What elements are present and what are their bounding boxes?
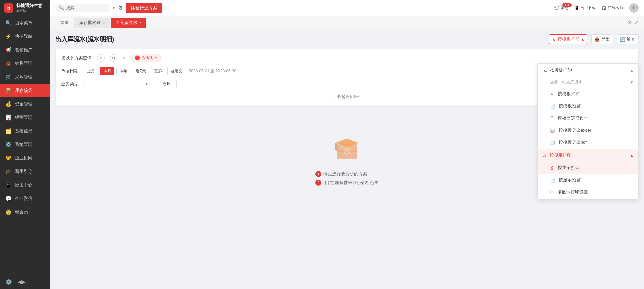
print-chevron-icon: ▲ — [581, 37, 584, 41]
dp-template-export-pdf[interactable]: 📑 按模板导出pdf — [538, 136, 638, 149]
user-avatar[interactable]: 用户 — [629, 3, 639, 13]
collapse-icon[interactable]: ◀▶ — [18, 279, 26, 285]
print-template-btn[interactable]: 🖨 按模板打印 ▲ — [549, 34, 587, 44]
sidebar-item-operations[interactable]: 📊 经营管理 — [0, 111, 50, 124]
sidebar-label-apps: 应用中心 — [15, 182, 32, 188]
search-chevron[interactable]: ▾ — [113, 6, 115, 10]
sidebar-label-wechat: 企业微信 — [15, 195, 32, 202]
date-more-btn[interactable]: 更多 — [151, 67, 165, 75]
industry-btn[interactable]: 体验行业方案 — [126, 3, 162, 13]
dp-current-chevron: ▼ — [630, 80, 634, 85]
sidebar-icon-marketing: 📢 — [5, 47, 11, 53]
tab-inventory-batch-close[interactable]: × — [103, 20, 105, 25]
sidebar-label-vip: 畅会员 — [15, 209, 28, 215]
phone-icon: 📱 — [574, 6, 579, 10]
dp-current-section[interactable]: 当前：出入库流水 ▼ — [538, 77, 638, 88]
print-icon: 🖨 — [552, 37, 556, 42]
sidebar-item-basic[interactable]: 🗂️ 基础信息 — [0, 124, 50, 138]
sidebar-item-marketing[interactable]: 📢 营销推广 — [0, 43, 50, 57]
export-btn[interactable]: 📤 导出 — [591, 34, 613, 44]
export-icon: 📤 — [594, 37, 600, 42]
filter-row-1: 按以下方案查询 + ⚙ « 🔴 流水明细 — [61, 54, 633, 62]
tab-inventory-flow[interactable]: 出入库流水 × — [111, 18, 146, 28]
app-download-action[interactable]: 📱 App下载 — [574, 5, 596, 11]
sidebar-item-search[interactable]: 🔍 搜索菜单 — [0, 16, 50, 30]
dp-main-header[interactable]: 🖨 按模板打印 ▲ — [538, 64, 638, 77]
sidebar-icon-wechat: 💬 — [5, 195, 11, 202]
sidebar-item-purchase[interactable]: 🛒 采购管理 — [0, 70, 50, 84]
search-input[interactable] — [66, 6, 106, 10]
sidebar-label-basic: 基础信息 — [15, 128, 32, 134]
dp-display-chevron: ▲ — [630, 153, 634, 157]
dp-display-header[interactable]: 🖨 按显示打印 ▲ — [538, 149, 638, 162]
dp-display-print[interactable]: 🖨 按显示打印 — [538, 162, 638, 174]
window-close-icon[interactable]: ✕ — [627, 19, 632, 26]
headset-icon: 🎧 — [601, 6, 606, 10]
sidebar-item-vip[interactable]: 👑 畅会员 — [0, 205, 50, 219]
sidebar-icon-collab: 🤝 — [5, 155, 11, 161]
dp-display-preview[interactable]: 📄 按显示预览 — [538, 174, 638, 186]
filter-settings-btn[interactable]: ⚙ — [110, 54, 117, 62]
topbar: 🔍 ▾ ⚙ 体验行业方案 💬 消息 99+ 📱 App下载 🎧 在线客服 用户 — [50, 0, 644, 16]
sidebar-label-collab: 企业协同 — [15, 155, 32, 161]
date-custom-btn[interactable]: 自定义 — [167, 67, 185, 75]
dp-template-export-excel[interactable]: 📊 按模板导出excel — [538, 124, 638, 136]
dp-display-print-icon: 🖨 — [550, 165, 554, 170]
page-header: 出入库流水(流水明细) 🖨 按模板打印 ▲ 📤 导出 🔄 刷新 — [55, 34, 639, 44]
date-current-month-btn[interactable]: 本月 — [100, 67, 114, 75]
sidebar-item-quicknav[interactable]: ⚡ 快捷导航 — [0, 30, 50, 43]
svg-point-6 — [344, 148, 350, 155]
dp-template-preview-icon: 📄 — [550, 104, 555, 109]
date-current-year-btn[interactable]: 本年 — [116, 67, 130, 75]
svg-point-7 — [345, 150, 346, 151]
refresh-btn[interactable]: 🔄 刷新 — [617, 34, 639, 44]
tab-home[interactable]: 首页 — [55, 18, 74, 28]
topbar-gear-icon[interactable]: ⚙ — [118, 5, 123, 11]
sidebar-item-inventory[interactable]: 📦 库存核算 — [0, 84, 50, 97]
filter-collapse-btn[interactable]: « — [123, 55, 125, 61]
warehouse-label: 仓库 — [162, 81, 171, 87]
sidebar-icon-vip: 👑 — [5, 209, 11, 215]
refresh-icon: 🔄 — [620, 37, 625, 42]
window-expand-icon[interactable]: ⤢ — [634, 19, 639, 26]
sidebar-item-finance[interactable]: 💰 资金管理 — [0, 97, 50, 111]
search-box[interactable]: 🔍 — [55, 4, 109, 12]
sidebar-item-apps[interactable]: 📱 应用中心 — [0, 178, 50, 192]
sidebar-item-wechat[interactable]: 💬 企业微信 — [0, 192, 50, 205]
sidebar-label-finance: 资金管理 — [15, 101, 32, 107]
tip-num-2: 2 — [315, 180, 321, 186]
page-title: 出入库流水(流水明细) — [55, 35, 114, 43]
dp-display-export-excel[interactable]: 📊 按显示导出excel — [538, 198, 638, 199]
sidebar-icon-purchase: 🛒 — [5, 74, 11, 80]
flow-filter-tag[interactable]: 🔴 流水明细 — [131, 54, 161, 62]
dp-display-print-settings[interactable]: ⚙ 按显示打印设置 — [538, 186, 638, 198]
dp-template-print[interactable]: 🖨 按模板打印 — [538, 88, 638, 100]
sidebar-item-system[interactable]: ⚙️ 系统管理 — [0, 138, 50, 151]
dp-template-print-icon: 🖨 — [550, 91, 554, 97]
sidebar-label-guide: 新手引导 — [15, 168, 32, 175]
messages-action[interactable]: 💬 消息 99+ — [554, 5, 569, 11]
warehouse-select[interactable]: ··· — [176, 80, 230, 88]
dp-template-preview[interactable]: 📄 按模板预览 — [538, 100, 638, 112]
dp-template-custom-design[interactable]: 🗒 模板自定义设计 — [538, 112, 638, 124]
business-type-select[interactable]: ▾ — [84, 80, 151, 88]
sidebar-icon-guide: 🎓 — [5, 168, 11, 175]
sidebar-item-guide[interactable]: 🎓 新手引导 — [0, 165, 50, 178]
settings-icon[interactable]: ⚙️ — [5, 279, 12, 285]
date-prev-month-btn[interactable]: 上月 — [84, 67, 98, 75]
online-service-action[interactable]: 🎧 在线客服 — [601, 5, 624, 11]
filter-add-btn[interactable]: + — [97, 54, 105, 62]
sidebar-icon-operations: 📊 — [5, 114, 11, 121]
sidebar-item-collab[interactable]: 🤝 企业协同 — [0, 151, 50, 165]
dp-template-design-icon: 🗒 — [550, 116, 554, 121]
sidebar-item-sales[interactable]: 💼 销售管理 — [0, 57, 50, 70]
tab-inventory-batch[interactable]: 库存批次账 × — [74, 18, 110, 28]
tabs-right-controls: ✕ ⤢ — [627, 19, 639, 26]
dp-display-preview-icon: 📄 — [550, 178, 555, 183]
content-area: 出入库流水(流水明细) 🖨 按模板打印 ▲ 📤 导出 🔄 刷新 — [50, 29, 644, 289]
date-7days-btn[interactable]: 近7天 — [133, 67, 149, 75]
dp-display-section: 🖨 按显示打印 ▲ 🖨 按显示打印 📄 按显示预览 ⚙ — [538, 149, 638, 199]
sidebar-nav: 🔍 搜索菜单 ⚡ 快捷导航 📢 营销推广 💼 销售管理 🛒 采购管理 📦 库存核… — [0, 16, 50, 274]
tab-inventory-flow-close[interactable]: × — [139, 20, 142, 25]
sidebar-label-system: 系统管理 — [15, 141, 32, 148]
